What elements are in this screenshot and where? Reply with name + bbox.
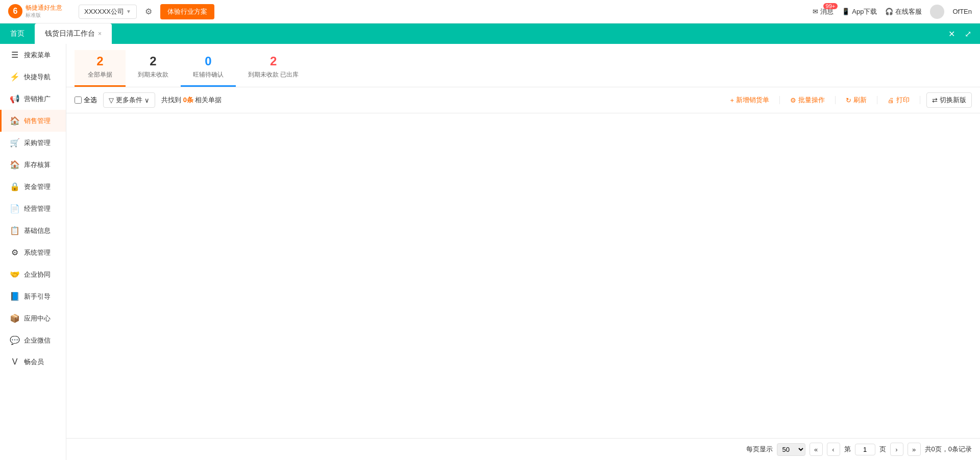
sidebar-label-inventory: 库存核算	[24, 160, 51, 170]
last-page-button[interactable]: »	[908, 443, 921, 456]
sidebar-label-operations: 经营管理	[24, 204, 51, 213]
member-icon: V	[10, 357, 20, 367]
next-page-button[interactable]: ›	[890, 443, 903, 456]
stats-tab-overdue[interactable]: 2 到期未收款	[126, 50, 181, 87]
message-icon: ✉	[813, 8, 818, 15]
label-all: 全部单据	[88, 70, 112, 79]
sidebar-item-guide[interactable]: 📘 新手引导	[0, 285, 66, 307]
sidebar-label-purchase: 采购管理	[24, 138, 51, 148]
toolbar: 全选 ▽ 更多条件 ∨ 共找到 0条 相关单据 + 新增销货单	[66, 87, 980, 113]
sidebar-item-inventory[interactable]: 🏠 库存核算	[0, 154, 66, 176]
sidebar-item-finance[interactable]: 🔒 资金管理	[0, 176, 66, 198]
add-icon: +	[730, 96, 734, 104]
switch-version-button[interactable]: ⇄ 切换新版	[926, 92, 972, 108]
system-icon: ⚙	[10, 248, 20, 257]
total-record-label: 共0页，0条记录	[925, 445, 972, 454]
guide-icon: 📘	[10, 292, 20, 301]
divider-3	[877, 96, 877, 104]
filter-arrow-icon: ∨	[144, 96, 150, 104]
sidebar-item-marketing[interactable]: 📢 营销推广	[0, 88, 66, 110]
top-bar: 6 畅捷通好生意 标准版 XXXXXX公司 ▼ ⚙ 体验行业方案 ✉ 消息 99…	[0, 0, 980, 23]
result-text: 共找到 0条 相关单据	[161, 95, 222, 105]
stats-tab-pending[interactable]: 0 旺辅待确认	[181, 50, 236, 87]
result-suffix: 相关单据	[195, 96, 222, 104]
refresh-label: 刷新	[853, 95, 867, 105]
stats-tab-overdue-out[interactable]: 2 到期未收款 已出库	[236, 50, 311, 87]
weixin-icon: 💬	[10, 335, 20, 345]
add-sale-button[interactable]: + 新增销货单	[726, 93, 773, 107]
tab-workbench[interactable]: 钱货日清工作台 ×	[35, 23, 112, 44]
print-label: 打印	[896, 95, 910, 105]
sidebar-item-purchase[interactable]: 🛒 采购管理	[0, 132, 66, 154]
sidebar-item-weixin[interactable]: 💬 企业微信	[0, 329, 66, 351]
workbench-tab-label: 钱货日清工作台	[45, 29, 95, 38]
sidebar-label-cooperation: 企业协同	[24, 270, 51, 279]
inventory-icon: 🏠	[10, 160, 20, 170]
divider-4	[920, 96, 920, 104]
sidebar-item-cooperation[interactable]: 🤝 企业协同	[0, 263, 66, 285]
logo-text-area: 畅捷通好生意 标准版	[26, 4, 62, 18]
sidebar-label-sales: 销售管理	[24, 116, 51, 126]
operations-icon: 📄	[10, 204, 20, 213]
expand-icon[interactable]: ⤢	[962, 28, 974, 40]
batch-button[interactable]: ⚙ 批量操作	[786, 93, 829, 107]
filter-icon: ▽	[109, 96, 114, 104]
print-button[interactable]: 🖨 打印	[884, 93, 914, 107]
sidebar-label-search-menu: 搜索菜单	[24, 51, 51, 60]
first-page-button[interactable]: «	[810, 443, 823, 456]
sidebar-item-basic-info[interactable]: 📋 基础信息	[0, 220, 66, 241]
add-label: 新增销货单	[736, 95, 769, 105]
close-window-icon[interactable]: ✕	[945, 28, 958, 40]
online-service-label: 在线客服	[895, 7, 922, 16]
sidebar-label-app-center: 应用中心	[24, 314, 51, 323]
sidebar-item-system[interactable]: ⚙ 系统管理	[0, 241, 66, 263]
refresh-button[interactable]: ↻ 刷新	[842, 93, 871, 107]
sidebar-label-quick-nav: 快捷导航	[24, 72, 51, 82]
per-page-select[interactable]: 50 100 200	[777, 443, 805, 456]
trial-button[interactable]: 体验行业方案	[160, 4, 214, 19]
per-page-label: 每页显示	[746, 445, 773, 454]
sidebar-item-app-center[interactable]: 📦 应用中心	[0, 307, 66, 329]
sidebar-item-search-menu[interactable]: ☰ 搜索菜单	[0, 44, 66, 66]
online-service-button[interactable]: 🎧 在线客服	[885, 7, 922, 16]
print-icon: 🖨	[888, 96, 894, 104]
sidebar-item-member[interactable]: V 畅会员	[0, 351, 66, 373]
select-all-checkbox[interactable]: 全选	[75, 95, 97, 105]
sidebar-item-sales[interactable]: 🏠 销售管理	[0, 110, 66, 132]
divider-2	[835, 96, 836, 104]
batch-label: 批量操作	[798, 95, 825, 105]
settings-button[interactable]: ⚙	[141, 4, 156, 19]
count-all: 2	[96, 54, 103, 68]
company-selector[interactable]: XXXXXX公司 ▼	[79, 5, 137, 19]
page-prefix: 第	[844, 445, 851, 454]
company-name: XXXXXX公司	[84, 7, 124, 16]
refresh-icon: ↻	[846, 96, 851, 104]
service-icon: 🎧	[885, 8, 893, 15]
top-bar-left: 6 畅捷通好生意 标准版 XXXXXX公司 ▼ ⚙ 体验行业方案	[8, 4, 214, 19]
message-button[interactable]: ✉ 消息 99+	[813, 7, 834, 16]
tab-home[interactable]: 首页	[0, 23, 35, 44]
label-pending: 旺辅待确认	[193, 70, 224, 79]
purchase-icon: 🛒	[10, 138, 20, 148]
toolbar-left: 全选 ▽ 更多条件 ∨ 共找到 0条 相关单据	[75, 92, 222, 108]
quick-nav-icon: ⚡	[10, 72, 20, 82]
sidebar-item-quick-nav[interactable]: ⚡ 快捷导航	[0, 66, 66, 88]
app-download-button[interactable]: 📱 App下载	[842, 7, 877, 16]
close-tab-icon[interactable]: ×	[98, 30, 102, 37]
sidebar: ☰ 搜索菜单 ⚡ 快捷导航 📢 营销推广 🏠 销售管理 🛒 采购管理 🏠 库存核…	[0, 44, 66, 460]
page-number-input[interactable]	[855, 444, 875, 455]
sidebar-item-operations[interactable]: 📄 经营管理	[0, 198, 66, 220]
app-download-label: App下载	[852, 7, 877, 16]
pagination-bar: 每页显示 50 100 200 « ‹ 第 页 › » 共0页，0条记录	[66, 438, 980, 460]
stats-tab-all[interactable]: 2 全部单据	[75, 50, 126, 87]
logo-area: 6 畅捷通好生意 标准版	[8, 4, 75, 18]
sidebar-label-basic-info: 基础信息	[24, 226, 51, 235]
prev-page-button[interactable]: ‹	[827, 443, 840, 456]
sales-icon: 🏠	[10, 116, 20, 126]
all-checkbox-input[interactable]	[75, 96, 82, 104]
stats-tabs: 2 全部单据 2 到期未收款 0 旺辅待确认 2 到期未收款 已出库	[66, 44, 980, 87]
avatar[interactable]	[930, 5, 944, 19]
result-prefix: 共找到	[161, 96, 181, 104]
filter-button[interactable]: ▽ 更多条件 ∨	[103, 92, 155, 108]
filter-label: 更多条件	[116, 95, 142, 105]
